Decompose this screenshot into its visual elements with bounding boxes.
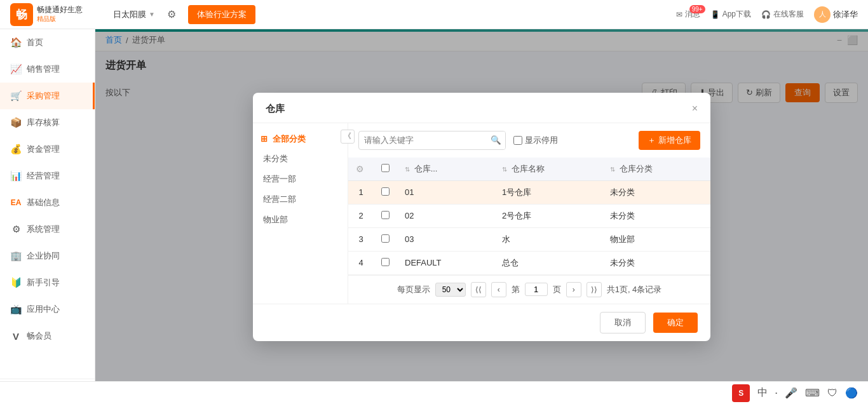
- finance-icon: 💰: [10, 144, 22, 155]
- mobile-icon: 📱: [710, 10, 720, 19]
- page-nav-first[interactable]: ⟨⟨: [471, 282, 486, 297]
- category-icon: ⊞: [261, 134, 268, 144]
- table-row[interactable]: 2 02 2号仓库 未分类: [348, 204, 710, 227]
- row-checkbox-cell: [374, 227, 397, 251]
- row-num: 3: [348, 227, 374, 251]
- page-nav-last[interactable]: ⟩⟩: [587, 282, 602, 297]
- trial-button[interactable]: 体验行业方案: [188, 5, 255, 24]
- collapse-button[interactable]: 《: [341, 130, 355, 144]
- bottom-taskbar: S 中 • 🎤 ⌨ 🛡 🔵: [0, 381, 868, 404]
- headset-icon: 🎧: [761, 10, 771, 19]
- apps-icon: 📺: [10, 304, 22, 315]
- top-nav: 畅 畅捷通好生意 精品版 日太阳膜 ▼ ⚙ 体验行业方案 ✉ 消息 99+ 📱 …: [0, 0, 868, 29]
- store-selector[interactable]: 日太阳膜 ▼: [113, 9, 155, 20]
- modal-close-button[interactable]: ×: [692, 103, 698, 114]
- sidebar-item-member[interactable]: V 畅会员: [0, 323, 95, 349]
- sidebar-item-inventory[interactable]: 📦 库存核算: [0, 109, 95, 136]
- warehouse-table: ⚙ ⇅ 仓库...: [348, 158, 710, 275]
- mic-icon[interactable]: 🎤: [785, 387, 797, 399]
- row-code: 01: [397, 180, 494, 204]
- app-download-button[interactable]: 📱 App下载: [710, 9, 751, 20]
- category-item-operations2[interactable]: 经营二部: [253, 189, 348, 210]
- select-all-checkbox[interactable]: [381, 164, 390, 172]
- pagination: 每页显示 50 ⟨⟨ ‹ 第 页 › ⟩⟩ 共1页, 4条记录: [348, 275, 710, 304]
- row-checkbox[interactable]: [381, 211, 390, 219]
- row-checkbox[interactable]: [381, 258, 390, 266]
- online-service-button[interactable]: 🎧 在线客服: [761, 9, 804, 20]
- table-row[interactable]: 4 DEFAULT 总仓 未分类: [348, 251, 710, 274]
- page-nav-prev[interactable]: ‹: [491, 282, 506, 297]
- sidebar-item-basic-info[interactable]: EA 基础信息: [0, 189, 95, 216]
- main-content: 首页 / 进货开单 − ⬜ 进货开单 按以下 🖨 打印 ⬇ 导出: [95, 29, 868, 404]
- col-settings: ⚙: [348, 158, 374, 181]
- page-size-select[interactable]: 50: [435, 283, 466, 297]
- category-item-operations1[interactable]: 经营一部: [253, 169, 348, 189]
- settings-icon[interactable]: ⚙: [163, 6, 180, 24]
- page-nav-next[interactable]: ›: [566, 282, 581, 297]
- table-row[interactable]: 3 03 水 物业部: [348, 227, 710, 251]
- row-num: 2: [348, 204, 374, 227]
- table-scroll: ⚙ ⇅ 仓库...: [348, 158, 710, 275]
- search-box: 🔍: [358, 131, 506, 150]
- inventory-icon: 📦: [10, 117, 22, 128]
- category-panel: ⊞ 全部分类 《 未分类 经营一部 经营二部 物业部: [253, 123, 348, 304]
- logo-area: 畅 畅捷通好生意 精品版: [10, 3, 105, 26]
- col-settings-icon[interactable]: ⚙: [356, 164, 364, 174]
- row-checkbox[interactable]: [381, 187, 390, 196]
- operations-icon: 📊: [10, 170, 22, 182]
- search-input[interactable]: [359, 135, 486, 145]
- sidebar-item-home[interactable]: 🏠 首页: [0, 29, 95, 56]
- message-icon: ✉: [676, 10, 682, 19]
- sidebar-item-apps[interactable]: 📺 应用中心: [0, 296, 95, 323]
- all-category-item[interactable]: ⊞ 全部分类: [253, 130, 348, 149]
- row-checkbox[interactable]: [381, 234, 390, 243]
- body-layout: 🏠 首页 📈 销售管理 🛒 采购管理 📦 库存核算 💰 资金管理 📊 经营管理 …: [0, 29, 868, 404]
- col-checkbox: [374, 158, 397, 181]
- cancel-button[interactable]: 取消: [600, 312, 646, 333]
- show-disabled-checkbox[interactable]: [513, 136, 522, 145]
- category-item-unclassified[interactable]: 未分类: [253, 149, 348, 169]
- col-code: ⇅ 仓库...: [397, 158, 494, 181]
- col-name: ⇅ 仓库名称: [494, 158, 602, 181]
- row-code: 03: [397, 227, 494, 251]
- category-item-property[interactable]: 物业部: [253, 210, 348, 230]
- confirm-button[interactable]: 确定: [653, 313, 698, 333]
- add-warehouse-button[interactable]: ＋ 新增仓库: [639, 131, 700, 150]
- modal-footer: 取消 确定: [253, 304, 710, 341]
- user-menu[interactable]: 人 徐泽华: [814, 6, 858, 23]
- modal-title: 仓库: [266, 103, 285, 115]
- row-code: 02: [397, 204, 494, 227]
- table-header-row: ⚙ ⇅ 仓库...: [348, 158, 710, 181]
- keyboard-icon[interactable]: ⌨: [805, 387, 820, 399]
- sidebar-item-sales[interactable]: 📈 销售管理: [0, 56, 95, 83]
- row-num: 1: [348, 180, 374, 204]
- sidebar-item-purchase[interactable]: 🛒 采购管理: [0, 83, 95, 109]
- sort-icon-category: ⇅: [610, 166, 615, 173]
- table-row[interactable]: 1 01 1号仓库 未分类: [348, 180, 710, 204]
- sidebar-item-guide[interactable]: 🔰 新手引导: [0, 269, 95, 296]
- store-selector-arrow-icon: ▼: [149, 11, 155, 18]
- sidebar-item-enterprise[interactable]: 🏢 企业协同: [0, 243, 95, 269]
- row-name: 总仓: [494, 251, 602, 274]
- nav-right: ✉ 消息 99+ 📱 App下载 🎧 在线客服 人 徐泽华: [676, 6, 858, 23]
- message-badge: 99+: [689, 5, 705, 13]
- avatar: 人: [814, 6, 831, 23]
- search-button[interactable]: 🔍: [486, 131, 505, 150]
- enterprise-icon: 🏢: [10, 250, 22, 262]
- sidebar-item-system[interactable]: ⚙ 系统管理: [0, 216, 95, 243]
- page-input[interactable]: [525, 283, 548, 296]
- sidebar-item-finance[interactable]: 💰 资金管理: [0, 136, 95, 163]
- home-icon: 🏠: [10, 37, 22, 48]
- row-checkbox-cell: [374, 204, 397, 227]
- shield-icon[interactable]: 🛡: [827, 387, 837, 399]
- row-checkbox-cell: [374, 251, 397, 274]
- row-code: DEFAULT: [397, 251, 494, 274]
- system-icon: ⚙: [10, 224, 22, 235]
- sidebar-item-operations[interactable]: 📊 经营管理: [0, 163, 95, 189]
- member-icon: V: [10, 331, 22, 342]
- row-name: 2号仓库: [494, 204, 602, 227]
- chinese-icon[interactable]: 中: [757, 386, 768, 400]
- row-category: 物业部: [602, 227, 710, 251]
- taskbar-icon1[interactable]: 🔵: [845, 387, 858, 399]
- message-button[interactable]: ✉ 消息 99+: [676, 9, 700, 20]
